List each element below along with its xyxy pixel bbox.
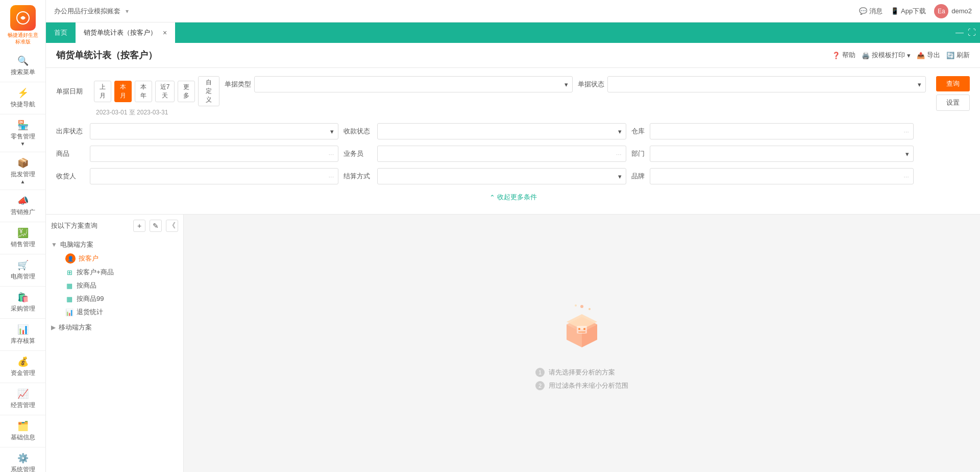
- sidebar-item-ecommerce[interactable]: 🛒 电商管理: [0, 254, 45, 287]
- operations-icon: 📈: [17, 388, 29, 399]
- document-type-select[interactable]: ▾: [254, 76, 573, 92]
- outbound-chevron: ▾: [330, 128, 334, 135]
- query-button[interactable]: 查询: [936, 76, 970, 91]
- document-type-chevron: ▾: [565, 81, 568, 88]
- svg-point-7: [575, 304, 577, 306]
- sidebar-item-marketing[interactable]: 📣 营销推广: [0, 190, 45, 222]
- tab-end-buttons: — ⛶: [955, 28, 980, 37]
- settlement-select[interactable]: ▾: [377, 168, 626, 184]
- scheme-by-product[interactable]: ▦ 按商品: [51, 279, 178, 292]
- empty-hints: 1 请先选择要分析的方案 2 用过滤条件来缩小分析范围: [535, 368, 628, 390]
- payment-select[interactable]: ▾: [377, 123, 626, 139]
- sidebar-item-basic[interactable]: 🗂️ 基础信息: [0, 415, 45, 447]
- warehouse-dots: ···: [903, 128, 909, 135]
- download-icon: 📱: [891, 7, 899, 15]
- tab-minimize-button[interactable]: —: [955, 28, 964, 37]
- search-icon: 🔍: [17, 55, 29, 66]
- retail-expand-icon: ▼: [20, 141, 26, 147]
- date-more[interactable]: 更多: [178, 81, 195, 102]
- date-this-year[interactable]: 本年: [135, 81, 152, 102]
- sidebar-item-wholesale[interactable]: 📦 批发管理 ▲: [0, 152, 45, 190]
- product-select[interactable]: ···: [90, 146, 338, 162]
- brand-select[interactable]: ···: [650, 168, 914, 184]
- query-buttons: 查询 设置: [936, 76, 970, 111]
- scheme-label-2: 按商品: [77, 281, 96, 290]
- print-dropdown-icon: ▾: [907, 52, 911, 59]
- tab-maximize-button[interactable]: ⛶: [968, 28, 976, 37]
- scheme-by-customer-product[interactable]: ⊞ 按客户+商品: [51, 266, 178, 279]
- left-panel-title: 按以下方案查询: [51, 221, 97, 230]
- pc-section-label: 电脑端方案: [60, 240, 93, 249]
- wholesale-icon: 📦: [17, 157, 29, 169]
- avatar: Ea: [934, 4, 948, 18]
- sidebar-item-operations[interactable]: 📈 经营管理: [0, 383, 45, 415]
- app-download-button[interactable]: 📱 App下载: [891, 7, 926, 16]
- sidebar-item-purchase[interactable]: 🛍️ 采购管理: [0, 287, 45, 319]
- retail-icon: 🏪: [17, 120, 29, 131]
- page-title: 销货单统计表（按客户）: [56, 49, 157, 67]
- tab-home[interactable]: 首页: [46, 22, 76, 43]
- settings-button[interactable]: 设置: [936, 95, 970, 111]
- tab-close-button[interactable]: ×: [163, 29, 167, 37]
- svg-point-10: [583, 328, 585, 330]
- refresh-button[interactable]: 🔄 刷新: [946, 51, 970, 60]
- sidebar-item-wholesale-label: 批发管理: [11, 170, 35, 179]
- refresh-icon: 🔄: [946, 52, 954, 59]
- sales-icon: 💹: [17, 227, 29, 239]
- scheme-by-product99[interactable]: ▦ 按商品99: [51, 292, 178, 305]
- header-left: 办公用品行业模拟账套 ▾: [54, 7, 129, 16]
- sidebar-item-search[interactable]: 🔍 搜索菜单: [0, 50, 45, 82]
- messages-button[interactable]: 💬 消息: [859, 7, 883, 16]
- tab-active[interactable]: 销货单统计表（按客户） ×: [76, 22, 175, 43]
- sidebar-nav: 🔍 搜索菜单 ⚡ 快捷导航 🏪 零售管理 ▼ 📦 批发管理 ▲ 📣 营销推广 💹…: [0, 50, 45, 472]
- add-scheme-button[interactable]: +: [133, 220, 145, 232]
- export-button[interactable]: 📤 导出: [917, 51, 940, 60]
- sidebar-item-shortcuts[interactable]: ⚡ 快捷导航: [0, 82, 45, 114]
- warehouse-select[interactable]: ···: [650, 123, 914, 139]
- edit-scheme-button[interactable]: ✎: [150, 220, 162, 232]
- sidebar-item-inventory[interactable]: 📊 库存核算: [0, 319, 45, 351]
- help-button[interactable]: ❓ 帮助: [832, 51, 855, 60]
- sidebar-item-system[interactable]: ⚙️ 系统管理: [0, 447, 45, 472]
- pc-scheme-parent[interactable]: ▼ 电脑端方案: [51, 238, 178, 251]
- scheme-by-customer[interactable]: 👤 按客户: [51, 251, 178, 266]
- document-status-chevron: ▾: [918, 81, 921, 88]
- outbound-select[interactable]: ▾: [90, 123, 338, 139]
- scheme-returns[interactable]: 📊 退货统计: [51, 305, 178, 319]
- print-button[interactable]: 🖨️ 按模板打印 ▾: [862, 51, 911, 60]
- scheme-by-customer-icon: 👤: [65, 253, 76, 264]
- header-dropdown[interactable]: ▾: [126, 8, 129, 15]
- document-status-select[interactable]: ▾: [607, 76, 926, 92]
- recipient-select[interactable]: ···: [90, 168, 338, 184]
- collapse-panel-button[interactable]: 《: [166, 220, 178, 232]
- sidebar-item-finance[interactable]: 💰 资金管理: [0, 351, 45, 383]
- sidebar-item-retail[interactable]: 🏪 零售管理 ▼: [0, 114, 45, 152]
- sidebar-item-sales[interactable]: 💹 销售管理: [0, 222, 45, 254]
- settlement-chevron: ▾: [618, 173, 622, 180]
- mobile-section[interactable]: ▶ 移动端方案: [46, 321, 183, 334]
- payment-chevron: ▾: [618, 128, 622, 135]
- date-last-7days[interactable]: 近7天: [155, 81, 175, 102]
- sidebar-item-system-label: 系统管理: [11, 465, 35, 472]
- sidebar-item-marketing-label: 营销推广: [11, 208, 35, 217]
- date-last-month[interactable]: 上月: [94, 81, 111, 102]
- inventory-icon: 📊: [17, 324, 29, 335]
- recipient-label: 收货人: [56, 172, 87, 181]
- date-label: 单据日期: [56, 87, 92, 96]
- logo-area: 畅捷通好生意 标准版: [0, 0, 45, 50]
- department-chevron: ▾: [905, 150, 909, 158]
- header-title: 办公用品行业模拟账套: [54, 7, 120, 16]
- sidebar-item-ecommerce-label: 电商管理: [11, 272, 35, 281]
- date-custom[interactable]: 自定义: [198, 76, 219, 106]
- hint-text-2: 用过滤条件来缩小分析范围: [549, 381, 628, 390]
- salesperson-select[interactable]: ···: [377, 146, 626, 162]
- recipient-dots: ···: [328, 173, 334, 180]
- grid-icon: ⊞: [65, 268, 74, 276]
- department-select[interactable]: ▾: [650, 146, 914, 162]
- product-label: 商品: [56, 149, 87, 158]
- purchase-icon: 🛍️: [17, 292, 29, 303]
- logo-text: 畅捷通好生意 标准版: [8, 32, 38, 45]
- user-menu[interactable]: Ea demo2: [934, 4, 972, 18]
- date-this-month[interactable]: 本月: [114, 81, 132, 102]
- collapse-button[interactable]: ⌃ 收起更多条件: [485, 188, 541, 206]
